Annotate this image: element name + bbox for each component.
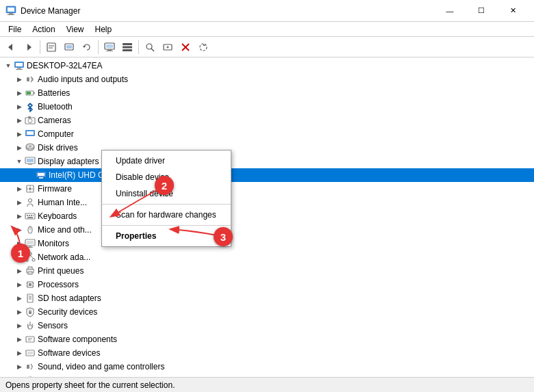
human-icon bbox=[25, 197, 36, 208]
toolbar-sep1 bbox=[40, 40, 40, 54]
processors-toggle[interactable]: ▶ bbox=[14, 279, 25, 290]
keyboards-icon bbox=[25, 211, 36, 222]
tree-item-network[interactable]: ▶ Network ada... bbox=[0, 250, 534, 264]
close-button[interactable]: ✕ bbox=[497, 0, 529, 22]
svg-point-52 bbox=[29, 187, 31, 190]
swcomponents-toggle[interactable]: ▶ bbox=[14, 334, 25, 345]
toolbar-remove[interactable] bbox=[177, 39, 194, 55]
tree-item-firmware[interactable]: ▶ Firmware bbox=[0, 182, 534, 196]
tree-item-sensors[interactable]: ▶ Sensors bbox=[0, 319, 534, 332]
tree-item-intel[interactable]: ▶ Intel(R) UHD Gra... bbox=[0, 168, 534, 182]
processors-label: Processors bbox=[38, 280, 79, 289]
tree-item-storage[interactable]: ▶ Storage controllers bbox=[0, 374, 534, 377]
toolbar-update[interactable] bbox=[61, 39, 77, 55]
tree-item-processors[interactable]: ▶ Processors bbox=[0, 278, 534, 291]
toolbar-scan[interactable] bbox=[142, 39, 158, 55]
mice-toggle[interactable]: ▶ bbox=[14, 224, 25, 235]
svg-rect-16 bbox=[123, 43, 132, 45]
svg-rect-76 bbox=[28, 272, 32, 274]
tree-panel[interactable]: ▼ DESKTOP-32L47EA ▶ bbox=[0, 57, 534, 377]
print-toggle[interactable]: ▶ bbox=[14, 265, 25, 276]
svg-rect-95 bbox=[27, 365, 29, 369]
svg-rect-90 bbox=[26, 337, 34, 342]
security-toggle[interactable]: ▶ bbox=[14, 306, 25, 317]
tree-item-security[interactable]: ▶ Security devices bbox=[0, 305, 534, 319]
toolbar-add[interactable] bbox=[160, 39, 176, 55]
root-toggle[interactable]: ▼ bbox=[3, 60, 14, 71]
display-toggle[interactable]: ▼ bbox=[14, 156, 25, 167]
tree-item-print[interactable]: ▶ Print queues bbox=[0, 264, 534, 278]
firmware-toggle[interactable]: ▶ bbox=[14, 183, 25, 194]
mice-icon bbox=[25, 224, 36, 235]
audio-toggle[interactable]: ▶ bbox=[14, 74, 25, 85]
sound-icon bbox=[25, 361, 36, 372]
svg-rect-15 bbox=[106, 51, 113, 51]
maximize-button[interactable]: ☐ bbox=[466, 0, 497, 22]
human-toggle[interactable]: ▶ bbox=[14, 197, 25, 208]
svg-rect-30 bbox=[17, 68, 21, 69]
swdevices-toggle[interactable]: ▶ bbox=[14, 348, 25, 358]
tree-item-display[interactable]: ▼ Display adapters bbox=[0, 155, 534, 168]
batteries-toggle[interactable]: ▶ bbox=[14, 88, 25, 99]
tree-item-batteries[interactable]: ▶ Batteries bbox=[0, 86, 534, 100]
svg-rect-49 bbox=[38, 173, 44, 176]
computer-toggle[interactable]: ▶ bbox=[14, 129, 25, 140]
svg-rect-83 bbox=[27, 294, 33, 302]
tree-item-mice[interactable]: ▶ Mice and oth... bbox=[0, 223, 534, 237]
menu-file[interactable]: File bbox=[3, 23, 27, 36]
menu-action[interactable]: Action bbox=[27, 23, 60, 36]
disk-toggle[interactable]: ▶ bbox=[14, 142, 25, 153]
storage-icon bbox=[25, 375, 36, 377]
title-bar-controls[interactable]: — ☐ ✕ bbox=[434, 0, 529, 22]
tree-root[interactable]: ▼ DESKTOP-32L47EA bbox=[0, 59, 534, 73]
print-label: Print queues bbox=[38, 266, 84, 276]
menu-help[interactable]: Help bbox=[90, 23, 118, 36]
menu-view[interactable]: View bbox=[61, 23, 90, 36]
sensors-toggle[interactable]: ▶ bbox=[14, 320, 25, 331]
minimize-button[interactable]: — bbox=[434, 0, 466, 22]
cameras-toggle[interactable]: ▶ bbox=[14, 115, 25, 126]
tree-item-swcomponents[interactable]: ▶ Software components bbox=[0, 332, 534, 346]
svg-marker-11 bbox=[83, 46, 86, 48]
status-bar: Opens property sheet for the current sel… bbox=[0, 377, 534, 392]
audio-icon bbox=[25, 74, 36, 85]
tree-item-cameras[interactable]: ▶ Cameras bbox=[0, 114, 534, 127]
sdhost-toggle[interactable]: ▶ bbox=[14, 293, 25, 304]
toolbar-computer[interactable] bbox=[101, 39, 118, 55]
context-update-driver[interactable]: Update driver bbox=[102, 153, 231, 169]
context-properties[interactable]: Properties bbox=[102, 228, 231, 244]
toolbar-back[interactable] bbox=[3, 39, 19, 55]
toolbar-refresh[interactable] bbox=[195, 39, 212, 55]
toolbar-properties[interactable] bbox=[43, 39, 60, 55]
toolbar-rollback[interactable] bbox=[79, 39, 95, 55]
tree-item-audio[interactable]: ▶ Audio inputs and outputs bbox=[0, 73, 534, 86]
svg-rect-75 bbox=[28, 267, 32, 270]
storage-toggle[interactable]: ▶ bbox=[14, 375, 25, 377]
tree-item-swdevices[interactable]: ▶ Software devices bbox=[0, 346, 534, 360]
svg-rect-50 bbox=[39, 177, 43, 179]
toolbar-listview[interactable] bbox=[119, 39, 136, 55]
main-content: ▼ DESKTOP-32L47EA ▶ bbox=[0, 57, 534, 377]
computer-icon bbox=[14, 60, 25, 71]
tree-item-sound[interactable]: ▶ Sound, video and game controllers bbox=[0, 360, 534, 374]
svg-rect-67 bbox=[29, 246, 31, 247]
audio-label: Audio inputs and outputs bbox=[38, 75, 128, 84]
tree-item-monitors[interactable]: ▶ Monitors bbox=[0, 237, 534, 250]
svg-rect-1 bbox=[8, 8, 14, 12]
tree-item-disk[interactable]: ▶ Disk drives bbox=[0, 141, 534, 155]
svg-rect-41 bbox=[27, 131, 34, 135]
keyboards-toggle[interactable]: ▶ bbox=[14, 211, 25, 222]
storage-label: Storage controllers bbox=[38, 376, 107, 377]
bluetooth-toggle[interactable]: ▶ bbox=[14, 101, 25, 112]
tree-item-keyboards[interactable]: ▶ Keyboards bbox=[0, 209, 534, 223]
context-scan-hardware[interactable]: Scan for hardware changes bbox=[102, 207, 231, 223]
tree-item-sdhost[interactable]: ▶ SD host adapters bbox=[0, 291, 534, 305]
sound-toggle[interactable]: ▶ bbox=[14, 361, 25, 372]
tree-item-bluetooth[interactable]: ▶ Bluetooth bbox=[0, 100, 534, 114]
title-bar-left: Device Manager bbox=[5, 5, 80, 16]
tree-item-human[interactable]: ▶ Human Inte... bbox=[0, 196, 534, 209]
svg-point-57 bbox=[29, 199, 32, 202]
tree-item-computer[interactable]: ▶ Computer bbox=[0, 127, 534, 141]
svg-rect-39 bbox=[28, 116, 31, 118]
toolbar-forward[interactable] bbox=[21, 39, 37, 55]
